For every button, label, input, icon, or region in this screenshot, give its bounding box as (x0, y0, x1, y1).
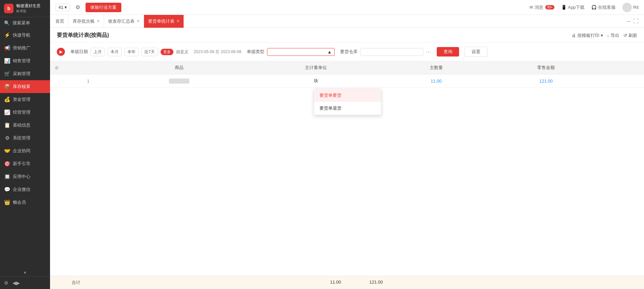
export-button[interactable]: ↓ 导出 (607, 32, 620, 39)
message-icon: ✉ (529, 5, 533, 10)
table-footer: 合计 11.00 121.00 (50, 276, 644, 289)
sidebar-scroll-down[interactable]: ▼ (0, 269, 50, 276)
footer-quantity: 11.00 (315, 280, 356, 286)
sidebar-item-inventory[interactable]: 📦 库存核算 (0, 80, 50, 93)
messages-badge: 99+ (545, 5, 554, 9)
guide-icon: 🎯 (4, 161, 10, 167)
sidebar-item-sales[interactable]: 📊 销售管理 (0, 54, 50, 67)
sidebar-item-finance[interactable]: 💰 资金管理 (0, 93, 50, 106)
warehouse-input[interactable] (360, 48, 423, 56)
col-settings[interactable]: ⚙ (50, 61, 64, 74)
print-chevron-icon: ▾ (601, 33, 603, 38)
phone-icon: 📱 (561, 5, 567, 10)
tab-close-receipt-summary[interactable]: ✕ (137, 19, 140, 23)
sidebar-nav: ⚡ 快捷导航 📢 营销推广 📊 销售管理 🛒 采购管理 📦 库存核算 💰 资金管… (0, 29, 50, 269)
data-table: ⚙ 商品 主计量单位 主数量 零售金额 1 (50, 61, 644, 88)
sidebar-item-member[interactable]: 👑 畅会员 (0, 196, 50, 209)
col-quantity: 主数量 (386, 61, 486, 74)
sidebar-item-appstore[interactable]: 🔲 应用中心 (0, 170, 50, 183)
type-select[interactable]: ▲ (267, 48, 335, 56)
row-quantity[interactable]: 11.00 (386, 74, 486, 88)
sidebar-item-quick-nav[interactable]: ⚡ 快捷导航 (0, 29, 50, 42)
top-header: 41 ▾ ⚙ 体验行业方案 ✉ 消息 99+ 📱 App下载 🎧 在线客服 R (50, 0, 644, 15)
finance-icon: 💰 (4, 96, 10, 103)
type-select-chevron-up-icon: ▲ (327, 49, 332, 54)
headset-icon: 🎧 (591, 5, 597, 10)
chevron-down-icon: ▾ (65, 5, 67, 10)
filter-bar: ▶ 单据日期 上月 本月 本年 近7天 更多 自定义 2023-05-06 至 … (50, 43, 644, 61)
query-button[interactable]: 查询 (437, 47, 459, 57)
member-icon: 👑 (4, 199, 10, 205)
operation-icon: 📈 (4, 109, 10, 115)
tabs-actions: ─ ⛶ (627, 18, 639, 24)
refresh-button[interactable]: ↺ 刷新 (623, 32, 637, 39)
tab-close-order-stats[interactable]: ✕ (176, 19, 180, 23)
footer-amount: 121.00 (356, 280, 397, 286)
settings-button[interactable]: 设置 (464, 47, 487, 57)
tab-receipt-summary[interactable]: 收发存汇总表 ✕ (104, 15, 144, 28)
table-row: 1 块 11.00 121.00 (50, 74, 644, 88)
trial-button[interactable]: 体验行业方案 (86, 3, 121, 12)
date-this-month-button[interactable]: 本月 (108, 48, 122, 56)
sidebar-item-system[interactable]: ⚙ 系统管理 (0, 132, 50, 144)
store-selector[interactable]: 41 ▾ (55, 3, 70, 11)
sidebar-item-marketing[interactable]: 📢 营销推广 (0, 42, 50, 54)
basic-icon: 📋 (4, 122, 10, 128)
tab-order-stats[interactable]: 要货单统计表 ✕ (144, 15, 184, 28)
tab-expand-icon[interactable]: ⛶ (633, 18, 639, 24)
row-seq: 1 (64, 74, 113, 88)
sidebar-footer: ⚙ ◀▶ (0, 276, 50, 289)
marketing-icon: 📢 (4, 45, 10, 51)
user-avatar-button[interactable]: Rit (622, 3, 639, 12)
dropdown-item-return[interactable]: 要货单退货 (314, 102, 381, 115)
sidebar-item-wechat[interactable]: 💬 企业微信 (0, 183, 50, 196)
scroll-down-arrow-icon: ▼ (23, 270, 27, 275)
data-table-container: ⚙ 商品 主计量单位 主数量 零售金额 1 (50, 61, 644, 88)
tabs-bar: 首页 库存批次账 ✕ 收发存汇总表 ✕ 要货单统计表 ✕ ─ ⛶ (50, 15, 644, 28)
sidebar-item-purchase[interactable]: 🛒 采购管理 (0, 67, 50, 80)
header-settings-icon[interactable]: ⚙ (75, 4, 80, 10)
page-content: 要货单统计表(按商品) 🖨 按模板打印 ▾ ↓ 导出 ↺ 刷新 ▶ (50, 28, 644, 289)
dropdown-item-order[interactable]: 要货单要货 (314, 89, 381, 102)
search-menu-item[interactable]: 🔍 搜索菜单 (0, 17, 50, 29)
sidebar-settings-icon[interactable]: ⚙ (4, 280, 8, 286)
more-filters-icon[interactable]: ⋯ (426, 49, 431, 55)
date-last-7days-button[interactable]: 近7天 (141, 48, 158, 56)
sidebar-item-operation[interactable]: 📈 经营管理 (0, 106, 50, 119)
app-download-button[interactable]: 📱 App下载 (561, 4, 585, 10)
refresh-icon: ↺ (623, 33, 627, 38)
sidebar: b 畅捷通好生意 标准版 🔍 搜索菜单 ⚡ 快捷导航 📢 营销推广 📊 销售管理… (0, 0, 50, 289)
sidebar-item-guide[interactable]: 🎯 新手引导 (0, 157, 50, 170)
tab-home[interactable]: 首页 (55, 15, 69, 28)
col-amount: 零售金额 (486, 61, 606, 74)
messages-button[interactable]: ✉ 消息 99+ (529, 4, 554, 10)
tab-minimize-icon[interactable]: ─ (627, 18, 630, 24)
logo-icon: b (4, 4, 14, 13)
date-more-tag[interactable]: 更多 (161, 49, 173, 55)
row-amount[interactable]: 121.00 (486, 74, 606, 88)
sidebar-collapse-icon[interactable]: ◀▶ (13, 280, 20, 286)
tab-inventory-batch[interactable]: 库存批次账 ✕ (69, 15, 104, 28)
print-button[interactable]: 🖨 按模板打印 ▾ (572, 32, 603, 39)
page-title-bar: 要货单统计表(按商品) 🖨 按模板打印 ▾ ↓ 导出 ↺ 刷新 (50, 28, 644, 43)
online-service-button[interactable]: 🎧 在线客服 (591, 4, 616, 10)
date-custom-button[interactable]: 自定义 (176, 49, 188, 55)
date-last-month-button[interactable]: 上月 (91, 48, 105, 56)
sidebar-item-enterprise[interactable]: 🤝 企业协同 (0, 144, 50, 157)
date-filter-group: 单据日期 上月 本月 本年 近7天 更多 自定义 (70, 48, 188, 56)
sidebar-item-basic[interactable]: 📋 基础信息 (0, 119, 50, 132)
avatar (622, 3, 632, 12)
type-filter-group: 单据类型 ▲ (247, 48, 335, 56)
inventory-icon: 📦 (4, 84, 10, 90)
wechat-icon: 💬 (4, 186, 10, 193)
print-icon: 🖨 (572, 33, 576, 38)
col-seq (64, 61, 113, 74)
main-area: 41 ▾ ⚙ 体验行业方案 ✉ 消息 99+ 📱 App下载 🎧 在线客服 R (50, 0, 644, 289)
expand-filter-button[interactable]: ▶ (57, 48, 65, 56)
row-settings (50, 74, 64, 88)
tab-close-inventory-batch[interactable]: ✕ (97, 19, 100, 23)
enterprise-icon: 🤝 (4, 148, 10, 154)
date-this-year-button[interactable]: 本年 (124, 48, 139, 56)
date-range-display: 2023-05-06 至 2023-06-06 (194, 49, 241, 55)
footer-total-label: 合计 (72, 280, 315, 286)
